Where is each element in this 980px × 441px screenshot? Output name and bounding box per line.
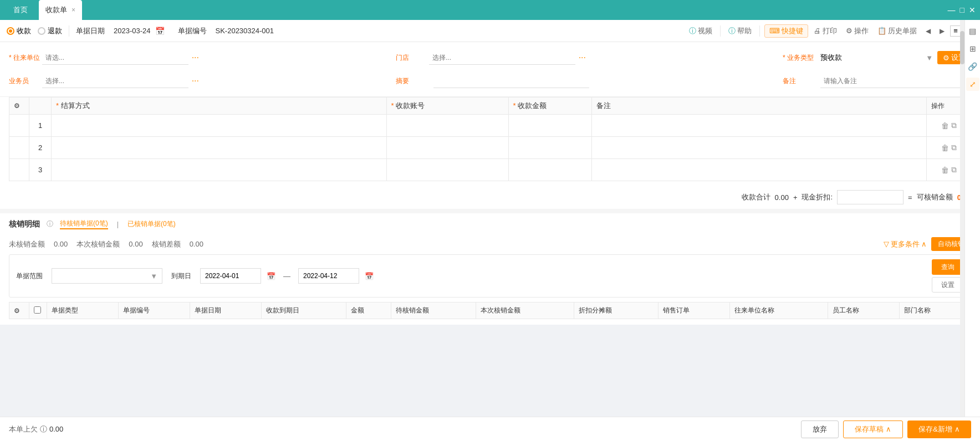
video-btn[interactable]: ⓘ 视频 bbox=[686, 25, 716, 37]
more-conditions-btn[interactable]: ▽ 更多条件 ∧ bbox=[884, 239, 927, 249]
view-list-btn[interactable]: ≡ bbox=[950, 25, 961, 37]
settlement-input-1[interactable] bbox=[52, 115, 386, 136]
copy-btn-2[interactable]: ⧉ bbox=[951, 143, 957, 152]
hexiao-tab-pending[interactable]: 待核销单据(0笔) bbox=[60, 219, 108, 229]
summary-input[interactable] bbox=[433, 74, 589, 88]
row-account-1[interactable] bbox=[386, 115, 508, 137]
close-btn[interactable]: ✕ bbox=[969, 6, 976, 14]
save-new-btn[interactable]: 保存&新增 ∧ bbox=[907, 421, 971, 438]
store-input[interactable] bbox=[429, 50, 575, 65]
row-amount-1[interactable] bbox=[508, 115, 591, 137]
settlement-input-2[interactable] bbox=[52, 137, 386, 158]
operate-btn[interactable]: ⚙ 操作 bbox=[843, 25, 872, 37]
row-account-3[interactable] bbox=[386, 159, 508, 181]
row-settlement-1[interactable] bbox=[52, 115, 387, 137]
account-input-2[interactable] bbox=[387, 137, 508, 158]
remark-input-3[interactable] bbox=[592, 159, 927, 181]
delete-btn-1[interactable]: 🗑 bbox=[941, 121, 949, 130]
remark-input-1[interactable] bbox=[592, 115, 927, 136]
window-controls: — □ ✕ bbox=[948, 6, 976, 14]
help-btn[interactable]: ⓘ 帮助 bbox=[725, 25, 755, 37]
copy-btn-3[interactable]: ⧉ bbox=[951, 165, 957, 175]
account-input-1[interactable] bbox=[387, 115, 508, 136]
counterparty-input[interactable] bbox=[42, 50, 188, 65]
row-amount-2[interactable] bbox=[508, 137, 591, 159]
discount-input[interactable] bbox=[837, 190, 904, 204]
sidebar-icon-3[interactable]: 🔗 bbox=[966, 60, 979, 73]
amount-input-3[interactable] bbox=[509, 159, 591, 181]
tab-active[interactable]: 收款单 × bbox=[39, 0, 82, 20]
hexiao-info-icon[interactable]: ⓘ bbox=[47, 219, 53, 229]
diff-value: 0.00 bbox=[190, 240, 203, 248]
abandon-btn[interactable]: 放弃 bbox=[801, 421, 839, 438]
calendar-from-icon[interactable]: 📅 bbox=[267, 272, 275, 280]
radio-shoukuan[interactable]: 收款 bbox=[7, 26, 31, 36]
row-seq-3: 3 bbox=[29, 159, 52, 181]
delete-btn-2[interactable]: 🗑 bbox=[941, 143, 949, 152]
query-btn[interactable]: 查询 bbox=[932, 259, 964, 275]
radio-tuikuan[interactable]: 退款 bbox=[38, 26, 62, 36]
sidebar-icon-2[interactable]: ⊞ bbox=[966, 42, 979, 55]
this-order-label: 本单上欠 bbox=[9, 424, 38, 434]
maximize-btn[interactable]: □ bbox=[960, 6, 964, 14]
bottom-col-checkbox[interactable] bbox=[29, 302, 47, 319]
row-account-2[interactable] bbox=[386, 137, 508, 159]
shortcut-btn[interactable]: ⌨ 快捷键 bbox=[764, 24, 808, 38]
hexiao-settings-btn[interactable]: 设置 bbox=[932, 277, 964, 293]
sidebar-icon-1[interactable]: ▤ bbox=[966, 24, 979, 38]
settlement-input-3[interactable] bbox=[52, 159, 386, 181]
counterparty-more-btn[interactable]: ··· bbox=[188, 53, 202, 63]
row-amount-3[interactable] bbox=[508, 159, 591, 181]
row-seq-1: 1 bbox=[29, 115, 52, 137]
print-btn[interactable]: 🖨 打印 bbox=[810, 25, 840, 37]
row-remark-1[interactable] bbox=[591, 115, 927, 137]
bottom-col-number: 单据编号 bbox=[118, 302, 190, 319]
tab-close-btn[interactable]: × bbox=[72, 6, 75, 14]
select-all-checkbox[interactable] bbox=[34, 306, 41, 314]
amount-input-1[interactable] bbox=[509, 115, 591, 136]
row-settlement-2[interactable] bbox=[52, 137, 387, 159]
biz-type-arrow[interactable]: ▼ bbox=[926, 54, 933, 62]
footer-info-icon[interactable]: ⓘ bbox=[40, 424, 47, 434]
date-picker-icon[interactable]: 📅 bbox=[155, 27, 165, 35]
scrollbar-thumb[interactable] bbox=[960, 31, 964, 64]
copy-btn-1[interactable]: ⧉ bbox=[951, 121, 957, 130]
minimize-btn[interactable]: — bbox=[948, 6, 956, 14]
store-field: 门店 ··· bbox=[396, 50, 589, 65]
amount-input-2[interactable] bbox=[509, 137, 591, 158]
due-label: 到期日 bbox=[171, 271, 191, 281]
save-draft-btn[interactable]: 保存草稿 ∧ bbox=[843, 421, 903, 438]
due-to-input[interactable] bbox=[298, 268, 359, 284]
account-input-3[interactable] bbox=[387, 159, 508, 181]
nav-left-btn[interactable]: ◀ bbox=[922, 26, 934, 36]
date-value: 2023-03-24 bbox=[114, 27, 151, 35]
bottom-col-settings[interactable]: ⚙ bbox=[9, 302, 29, 319]
delete-btn-3[interactable]: 🗑 bbox=[941, 166, 949, 175]
row-expand bbox=[9, 115, 29, 137]
range-select[interactable]: ▼ bbox=[52, 268, 162, 284]
calendar-to-icon[interactable]: 📅 bbox=[365, 272, 374, 280]
row-remark-2[interactable] bbox=[591, 137, 927, 159]
save-new-label: 保存&新增 bbox=[918, 424, 952, 434]
biz-type-value: 预收款 bbox=[820, 53, 921, 63]
remark-input-2[interactable] bbox=[592, 137, 927, 158]
tab-home[interactable]: 首页 bbox=[4, 0, 37, 20]
number-label: 单据编号 bbox=[178, 26, 207, 36]
date-field: 单据日期 2023-03-24 📅 bbox=[76, 26, 165, 36]
due-from-input[interactable] bbox=[200, 268, 261, 284]
history-btn[interactable]: 📋 历史单据 bbox=[874, 25, 920, 37]
store-more-btn[interactable]: ··· bbox=[575, 53, 589, 63]
radio-tuikuan-label: 退款 bbox=[48, 26, 62, 36]
hexiao-tab-done[interactable]: 已核销单据(0笔) bbox=[127, 219, 176, 229]
scrollbar-track[interactable] bbox=[960, 20, 964, 417]
nav-right-btn[interactable]: ▶ bbox=[936, 26, 948, 36]
row-remark-3[interactable] bbox=[591, 159, 927, 181]
col-settings[interactable]: ⚙ bbox=[9, 98, 29, 115]
toolbar: 收款 退款 单据日期 2023-03-24 📅 单据编号 SK-20230324… bbox=[0, 20, 980, 42]
row-settlement-3[interactable] bbox=[52, 159, 387, 181]
sidebar-icon-4[interactable]: ⤢ bbox=[966, 78, 979, 91]
sales-input[interactable] bbox=[42, 74, 188, 88]
divider-2 bbox=[720, 25, 721, 37]
sales-more-btn[interactable]: ··· bbox=[188, 76, 202, 86]
remark-input[interactable] bbox=[820, 74, 971, 88]
